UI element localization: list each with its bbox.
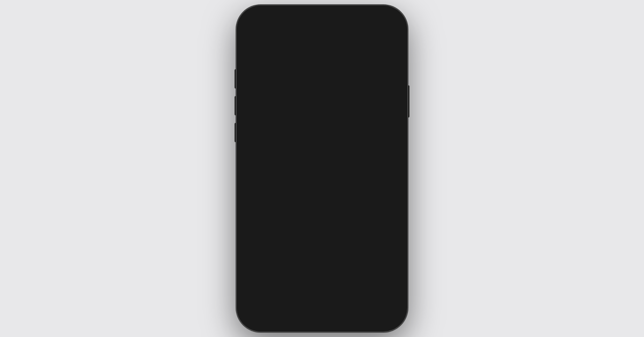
reaction-question[interactable]: ?: [375, 94, 380, 104]
reaction-emphasize[interactable]: ‼: [356, 94, 361, 104]
reaction-bar: ♥ 👍 👎 HAHA ‼ ?: [257, 89, 387, 110]
edit-icon: ✏: [370, 285, 377, 295]
menu-item-undo-send[interactable]: Undo Send ↺: [258, 250, 386, 277]
edit-label: Edit: [267, 285, 281, 295]
context-menu: Reply ↩ Undo Send ↺ Edit ✏ Copy ⧉: [258, 223, 386, 328]
undo-send-icon: ↺: [369, 258, 377, 269]
undo-send-label: Undo Send: [267, 259, 308, 268]
reaction-heart[interactable]: ♥: [264, 94, 270, 104]
menu-item-edit[interactable]: Edit ✏: [258, 277, 386, 303]
reaction-thumbs-down[interactable]: 👎: [309, 94, 321, 104]
reply-icon: ↩: [369, 230, 377, 242]
phone-container: Delivered ♥ 👍 👎 HAHA ‼ ? Hi lamb chop, i…: [236, 5, 408, 332]
menu-item-copy[interactable]: Copy ⧉: [258, 303, 386, 328]
menu-item-reply[interactable]: Reply ↩: [258, 223, 386, 250]
dynamic-island: [298, 16, 346, 30]
copy-label: Copy: [267, 311, 286, 320]
reaction-haha[interactable]: HAHA: [334, 93, 342, 106]
phone-screen: Delivered ♥ 👍 👎 HAHA ‼ ? Hi lamb chop, i…: [240, 9, 404, 328]
reaction-thumbs-up[interactable]: 👍: [283, 94, 295, 104]
reply-label: Reply: [267, 232, 288, 241]
copy-icon: ⧉: [371, 311, 377, 320]
